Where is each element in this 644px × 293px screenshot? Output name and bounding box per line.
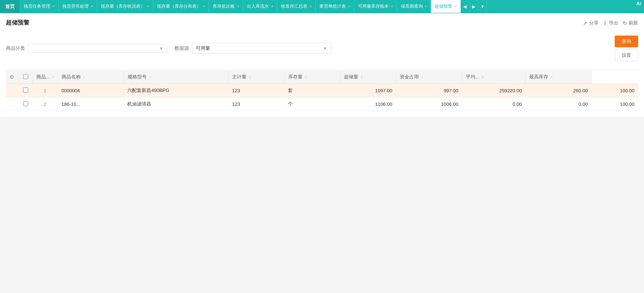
sort-icon[interactable]: ↕ (305, 75, 307, 79)
data-table: ⚙ 商品... ↕ 商品名称 ↕ 规格型号 ↕ 主计量 (6, 70, 638, 111)
row-checkbox[interactable] (23, 101, 28, 106)
nav-tab-9[interactable]: 保质期查询 × (397, 0, 431, 13)
sort-icon[interactable]: ↕ (421, 75, 423, 79)
query-button[interactable]: 查询 (615, 36, 638, 47)
sort-icon[interactable]: ↕ (83, 75, 85, 79)
chevron-down-icon: ▼ (323, 46, 327, 51)
gear-icon[interactable]: ⚙ (10, 74, 14, 80)
th-settings: ⚙ (6, 70, 19, 84)
nav-tab-3[interactable]: 现存量（库存分布表） × (153, 0, 209, 13)
sort-icon[interactable]: ↕ (149, 75, 151, 79)
row-index-cell (19, 97, 32, 111)
row-capital: 259220.00 (462, 84, 526, 97)
th-unit: 主计量 ↕ (228, 70, 284, 84)
row-product-name: 六配套新昌490BPG (124, 84, 228, 97)
sort-icon[interactable]: ↕ (249, 75, 251, 79)
close-icon[interactable]: × (310, 4, 312, 8)
nav-tab-8[interactable]: 可用量库存账本 × (354, 0, 397, 13)
close-icon[interactable]: × (425, 4, 427, 8)
row-index-cell (19, 84, 32, 97)
sort-icon[interactable]: ↕ (361, 75, 362, 79)
close-icon[interactable]: × (237, 4, 239, 8)
datasource-select-value: 可用量 (196, 45, 210, 52)
share-button[interactable]: ➚ 分享 (583, 20, 599, 26)
refresh-icon: ↻ (623, 20, 627, 26)
row-spec: 123 (228, 97, 284, 111)
top-nav: 首页 拣货任务管理 × 拣货异常处理 × 现存量（库存状况表） × 现存量（库存… (0, 0, 644, 13)
row-settings-cell (6, 84, 19, 97)
share-icon: ➚ (583, 20, 588, 26)
sort-icon[interactable]: ↕ (482, 75, 484, 79)
nav-menu-arrow[interactable]: ▼ (478, 0, 487, 13)
table-row: 2 186-10... 机油滤清器 123 个 1106.00 1006.00 … (6, 97, 638, 111)
row-product-code: 0000004 (58, 84, 124, 97)
close-icon[interactable]: × (91, 4, 93, 8)
row-max-stock: 100.00 (592, 84, 638, 97)
datasource-filter: 数据源 可用量 ▼ (175, 43, 331, 54)
sort-icon[interactable]: ↕ (52, 75, 54, 79)
header-actions: ➚ 分享 ⇩ 导出 ↻ 刷新 (583, 20, 638, 26)
nav-tab-10[interactable]: 超储预警 × (431, 0, 461, 13)
close-icon[interactable]: × (348, 4, 350, 8)
table-header-row: ⚙ 商品... ↕ 商品名称 ↕ 规格型号 ↕ 主计量 (6, 70, 638, 84)
sort-icon[interactable]: ↕ (551, 75, 553, 79)
row-product-name: 机油滤清器 (124, 97, 228, 111)
category-label: 商品分类 (6, 45, 25, 52)
page-header: 超储预警 ➚ 分享 ⇩ 导出 ↻ 刷新 (6, 19, 638, 27)
nav-tab-6[interactable]: 收发存汇总表 × (277, 0, 316, 13)
close-icon[interactable]: × (52, 4, 55, 8)
th-overstock: 超储量 ↕ (340, 70, 396, 84)
nav-tab-1[interactable]: 拣货异常处理 × (59, 0, 97, 13)
row-unit: 套 (284, 84, 340, 97)
row-product-code: 186-10... (58, 97, 124, 111)
export-icon: ⇩ (603, 20, 607, 26)
table-row: 1 0000004 六配套新昌490BPG 123 套 1097.00 997.… (6, 84, 638, 97)
close-icon[interactable]: × (391, 4, 393, 8)
nav-tab-5[interactable]: 出入库流水 × (243, 0, 277, 13)
close-icon[interactable]: × (454, 4, 457, 8)
filter-bar: 商品分类 ▼ 数据源 可用量 ▼ 查询 设置 (6, 32, 638, 65)
category-filter: 商品分类 ▼ (6, 44, 167, 53)
chevron-down-icon: ▼ (159, 46, 163, 51)
row-capital: 0.00 (462, 97, 526, 111)
th-avg: 平均... ↕ (462, 70, 526, 84)
export-button[interactable]: ⇩ 导出 (603, 20, 618, 26)
ai-badge[interactable]: Ai (633, 0, 644, 7)
row-spec: 123 (228, 84, 284, 97)
th-stock: 库存量 ↕ (284, 70, 340, 84)
nav-tab-4[interactable]: 库存批次账 × (209, 0, 243, 13)
nav-prev-arrow[interactable]: ◀ (461, 0, 469, 13)
th-max-stock: 最高库存 ↕ (526, 70, 592, 84)
datasource-select[interactable]: 可用量 ▼ (192, 43, 331, 54)
th-product-code: 商品... ↕ (32, 70, 58, 84)
row-checkbox[interactable] (23, 88, 28, 93)
category-select[interactable]: ▼ (28, 44, 167, 53)
nav-next-arrow[interactable]: ▶ (469, 0, 478, 13)
action-buttons: 查询 设置 (615, 36, 638, 61)
row-overstock: 997.00 (396, 84, 462, 97)
row-stock: 1097.00 (340, 84, 396, 97)
nav-home[interactable]: 首页 (0, 0, 20, 13)
nav-tab-7[interactable]: 要货单统计表 × (316, 0, 354, 13)
close-icon[interactable]: × (203, 4, 205, 8)
row-avg: 0.00 (526, 97, 592, 111)
close-icon[interactable]: × (271, 4, 273, 8)
th-capital: 资金占用 ↕ (396, 70, 462, 84)
select-all-checkbox[interactable] (23, 74, 28, 79)
th-product-name: 商品名称 ↕ (58, 70, 124, 84)
nav-tab-0[interactable]: 拣货任务管理 × (20, 0, 59, 13)
settings-button[interactable]: 设置 (615, 49, 638, 61)
row-index: 1 (32, 84, 58, 97)
row-unit: 个 (284, 97, 340, 111)
page-title: 超储预警 (6, 19, 29, 27)
row-overstock: 1006.00 (396, 97, 462, 111)
row-stock: 1106.00 (340, 97, 396, 111)
datasource-label: 数据源 (175, 45, 189, 52)
close-icon[interactable]: × (147, 4, 149, 8)
th-checkbox (19, 70, 32, 84)
row-avg: 260.00 (526, 84, 592, 97)
row-settings-cell (6, 97, 19, 111)
row-max-stock: 100.00 (592, 97, 638, 111)
refresh-button[interactable]: ↻ 刷新 (623, 20, 638, 26)
nav-tab-2[interactable]: 现存量（库存状况表） × (97, 0, 153, 13)
